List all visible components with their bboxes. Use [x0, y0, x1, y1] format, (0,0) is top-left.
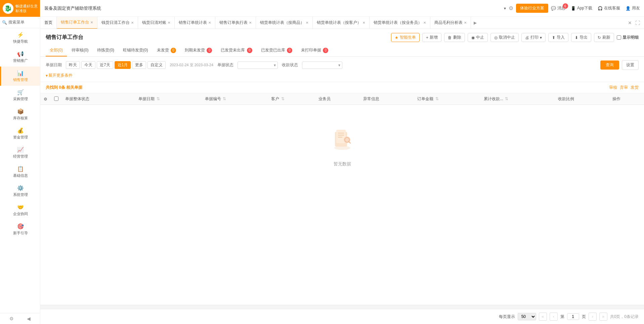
cancel-stop-button[interactable]: ◎ 取消中止 [490, 33, 519, 42]
batch-abandon-button[interactable]: 弃审 [620, 85, 628, 90]
batch-review-button[interactable]: 审核 [609, 85, 617, 90]
settings-bottom-icon[interactable]: ⚙ [9, 316, 14, 321]
collapse-icon[interactable]: ◀ [27, 316, 31, 321]
subtab-pending-pickup[interactable]: 待拣货(0) [93, 45, 118, 56]
col-number[interactable]: 单据编号 ⇅ [202, 93, 268, 105]
sort-date-icon: ⇅ [157, 96, 160, 101]
shipped-not-out-badge: 0 [247, 48, 252, 53]
subtab-not-shipped[interactable]: 未发货 0 [153, 45, 180, 56]
sidebar-item-quick[interactable]: ⚡ 快捷导航 [0, 28, 40, 47]
date-filter-label: 单据日期 [46, 62, 62, 68]
topbar: 装备及固定资产辅助管理系统 ▾ ⚙ 体验行业方案 💬 消息 6 📱 App下载 … [40, 0, 644, 17]
system-dropdown[interactable]: ▾ [504, 6, 506, 11]
tab-sales-workbench[interactable]: 销售订单工作台 ✕ [57, 17, 97, 29]
sidebar-item-finance[interactable]: 💰 资金管理 [0, 124, 40, 143]
sidebar-item-system[interactable]: ⚙️ 系统管理 [0, 181, 40, 201]
subtab-shipped-out[interactable]: 已发货已出库 0 [257, 45, 296, 56]
per-page-select[interactable]: 10 20 50 100 [518, 313, 536, 320]
tab-sales-staff[interactable]: 销货单统计表（按业务员） ✕ [370, 17, 430, 29]
prev-page-button[interactable]: ‹ [550, 313, 558, 321]
tab-sales-exec[interactable]: 销售订单执行表 ✕ [215, 17, 256, 29]
filter-date-yesterday[interactable]: 昨天 [66, 61, 80, 69]
add-button[interactable]: + 新增 [422, 33, 441, 42]
query-button[interactable]: 查询 [600, 60, 619, 70]
tab-close-sales-workbench[interactable]: ✕ [90, 21, 93, 24]
tab-close-sales-customer[interactable]: ✕ [362, 21, 365, 25]
online-service-button[interactable]: 🎧 在线客服 [598, 5, 620, 11]
subtab-pending-review[interactable]: 待审核(0) [68, 45, 93, 56]
tab-sales-customer[interactable]: 销货单统计表（按客户） ✕ [313, 17, 370, 29]
print-button[interactable]: 🖨 打印 ▾ [521, 33, 546, 42]
sidebar-item-sales[interactable]: 📊 销售管理 [0, 67, 40, 86]
filter-date-1month[interactable]: 近1月 [115, 61, 131, 69]
payment-filter-label: 收款状态 [282, 62, 298, 68]
export-button[interactable]: ⬇ 导出 [571, 33, 591, 42]
filter-date-buttons: 昨天 今天 近7天 近1月 更多 自定义 [66, 61, 166, 69]
payment-filter-select[interactable] [302, 62, 342, 69]
col-settings[interactable]: ⚙ [40, 93, 51, 105]
filter-date-today[interactable]: 今天 [81, 61, 95, 69]
filter-date-7days[interactable]: 近7天 [97, 61, 113, 69]
app-download-button[interactable]: 📱 App下载 [571, 5, 592, 11]
sidebar-item-purchase[interactable]: 🛒 采购管理 [0, 86, 40, 105]
page-input[interactable]: 1 [567, 313, 579, 320]
subtab-shipped-not-out[interactable]: 已发货未出库 0 [217, 45, 256, 56]
tab-cash-reconcile[interactable]: 钱货日清对账 ✕ [138, 17, 175, 29]
batch-ship-button[interactable]: 发货 [631, 85, 639, 90]
subtab-wangpu[interactable]: 旺铺待发货(0) [119, 45, 152, 56]
show-detail-label[interactable]: 显示明细 [617, 35, 639, 40]
tab-close-sales-stats[interactable]: ✕ [208, 21, 211, 25]
refresh-button[interactable]: ↻ 刷新 [594, 33, 614, 42]
message-button[interactable]: 💬 消息 6 [551, 5, 565, 11]
sidebar-item-cooperation[interactable]: 🤝 企业协同 [0, 201, 40, 220]
tabbar-more-button[interactable]: ▶ [471, 21, 479, 25]
smart-create-button[interactable]: ★ 智能生单 [391, 33, 420, 42]
status-filter-select[interactable] [238, 62, 278, 69]
col-checkbox[interactable] [51, 93, 62, 105]
tab-close-sales-exec[interactable]: ✕ [249, 21, 252, 25]
sidebar-search[interactable]: 🔍 搜索菜单 [0, 17, 40, 28]
topbar-gear-icon[interactable]: ⚙ [509, 5, 513, 11]
tab-close-cash-reconcile[interactable]: ✕ [168, 21, 170, 25]
stop-icon: ◉ [471, 35, 475, 40]
sidebar-item-guide[interactable]: 🎯 新手引导 [0, 220, 40, 239]
col-customer[interactable]: 客户 ⇅ [268, 93, 315, 105]
tab-restore-icon[interactable]: ⛶ [634, 19, 641, 27]
col-received[interactable]: 累计收款... ⇅ [480, 93, 555, 105]
sidebar-item-operation[interactable]: 📈 经营管理 [0, 143, 40, 162]
user-menu-button[interactable]: 👤 用友 [626, 5, 640, 11]
select-all-checkbox[interactable] [54, 96, 58, 101]
col-date[interactable]: 单据日期 ⇅ [135, 93, 202, 105]
show-detail-checkbox[interactable] [617, 35, 621, 40]
last-page-button[interactable]: » [599, 313, 607, 321]
delete-button[interactable]: 🗑 删除 [444, 33, 465, 42]
filter-date-more[interactable]: 更多 [132, 61, 146, 69]
tab-close-sales-staff[interactable]: ✕ [423, 21, 426, 25]
filter-area: 单据日期 昨天 今天 近7天 近1月 更多 自定义 2023-02-24 至 2… [40, 57, 644, 82]
industry-solution-button[interactable]: 体验行业方案 [516, 4, 548, 13]
tab-close-gross-profit[interactable]: ✕ [464, 21, 467, 25]
import-button[interactable]: ⬆ 导入 [548, 33, 568, 42]
filter-date-custom[interactable]: 自定义 [147, 61, 166, 69]
tab-close-cash-daily[interactable]: ✕ [131, 21, 134, 25]
subtab-all[interactable]: 全部(0) [46, 45, 67, 56]
tab-sales-product[interactable]: 销货单统计表（按商品） ✕ [256, 17, 313, 29]
sidebar-item-basic[interactable]: 📋 基础信息 [0, 162, 40, 181]
subtab-overdue-not-shipped[interactable]: 到期未发货 0 [181, 45, 216, 56]
expand-filter-button[interactable]: ▾ 展开更多条件 [46, 73, 73, 78]
sidebar-item-inventory[interactable]: 📦 库存核算 [0, 105, 40, 124]
stop-button[interactable]: ◉ 中止 [468, 33, 488, 42]
horizontal-scrollbar[interactable] [40, 305, 644, 309]
col-amount[interactable]: 订单金额 ⇅ [414, 93, 480, 105]
tab-cash-daily[interactable]: 钱货日清工作台 ✕ [97, 17, 138, 29]
tab-close-all-icon[interactable]: ✕ [627, 19, 633, 27]
next-page-button[interactable]: › [589, 313, 597, 321]
tab-sales-stats[interactable]: 销售订单统计表 ✕ [175, 17, 215, 29]
sidebar-item-marketing[interactable]: 📢 营销推广 [0, 47, 40, 67]
first-page-button[interactable]: « [539, 313, 547, 321]
tab-close-sales-product[interactable]: ✕ [306, 21, 308, 25]
setting-button[interactable]: 设置 [622, 60, 639, 70]
tab-home[interactable]: 首页 [40, 17, 57, 29]
subtab-not-printed[interactable]: 未打印单据 0 [297, 45, 332, 56]
tab-gross-profit[interactable]: 商品毛利分析表 ✕ [430, 17, 471, 29]
